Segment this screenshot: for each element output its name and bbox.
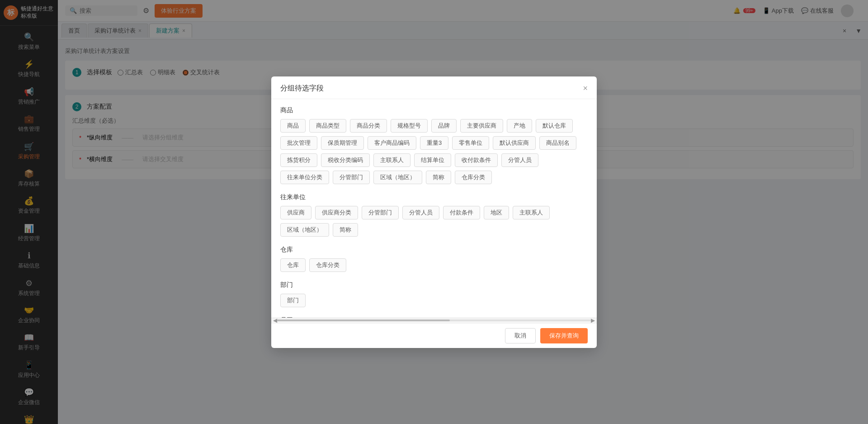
field-chips-仓库: 仓库仓库分类 — [280, 258, 588, 272]
field-chip-供应商分类[interactable]: 供应商分类 — [315, 206, 358, 219]
field-chip-简称[interactable]: 简称 — [426, 171, 451, 184]
field-chip-零售单位[interactable]: 零售单位 — [452, 136, 489, 150]
section-title-商品: 商品 — [280, 106, 588, 114]
section-title-部门: 部门 — [280, 281, 588, 289]
field-chip-批次管理[interactable]: 批次管理 — [280, 136, 317, 150]
modal-hscroll: ◀ ▶ — [271, 318, 597, 323]
field-chips-商品: 商品商品类型商品分类规格型号品牌主要供应商产地默认仓库批次管理保质期管理客户商品… — [280, 119, 588, 184]
modal-close-button[interactable]: × — [583, 84, 588, 93]
field-chip-分管部门[interactable]: 分管部门 — [333, 171, 370, 184]
field-chip-主联系人[interactable]: 主联系人 — [513, 206, 550, 219]
field-chip-分管人员[interactable]: 分管人员 — [402, 206, 439, 219]
field-chip-地区[interactable]: 地区 — [484, 206, 509, 219]
modal-overlay[interactable]: 分组待选字段 × 商品商品商品类型商品分类规格型号品牌主要供应商产地默认仓库批次… — [0, 0, 868, 424]
field-chip-部门[interactable]: 部门 — [280, 294, 306, 307]
field-chip-商品别名[interactable]: 商品别名 — [539, 136, 576, 150]
field-chip-客户商品编码[interactable]: 客户商品编码 — [368, 136, 416, 150]
field-chip-收付款条件[interactable]: 收付款条件 — [455, 153, 498, 167]
hscroll-thumb — [277, 319, 450, 321]
field-chip-重量3[interactable]: 重量3 — [420, 136, 448, 150]
field-chip-仓库分类[interactable]: 仓库分类 — [309, 258, 346, 272]
field-chip-默认仓库[interactable]: 默认仓库 — [536, 119, 573, 133]
modal: 分组待选字段 × 商品商品商品类型商品分类规格型号品牌主要供应商产地默认仓库批次… — [271, 76, 597, 348]
field-chip-区域（地区）[interactable]: 区域（地区） — [280, 223, 329, 237]
field-section-部门: 部门部门 — [280, 281, 588, 307]
modal-body: 商品商品商品类型商品分类规格型号品牌主要供应商产地默认仓库批次管理保质期管理客户… — [271, 99, 597, 318]
section-title-往来单位: 往来单位 — [280, 193, 588, 201]
field-chip-分管人员[interactable]: 分管人员 — [501, 153, 538, 167]
modal-title: 分组待选字段 — [280, 84, 324, 93]
field-chip-仓库[interactable]: 仓库 — [280, 258, 306, 272]
field-chip-品牌[interactable]: 品牌 — [431, 119, 457, 133]
field-chips-部门: 部门 — [280, 294, 588, 307]
field-chip-默认供应商[interactable]: 默认供应商 — [493, 136, 536, 150]
field-chip-规格型号[interactable]: 规格型号 — [391, 119, 428, 133]
field-chip-商品分类[interactable]: 商品分类 — [350, 119, 387, 133]
field-chip-税收分类编码[interactable]: 税收分类编码 — [321, 153, 370, 167]
field-chip-往来单位分类[interactable]: 往来单位分类 — [280, 171, 329, 184]
field-chips-往来单位: 供应商供应商分类分管部门分管人员付款条件地区主联系人区域（地区）简称 — [280, 206, 588, 237]
modal-footer: 取消 保存并查询 — [271, 323, 597, 348]
modal-header: 分组待选字段 × — [271, 76, 597, 99]
field-section-商品: 商品商品商品类型商品分类规格型号品牌主要供应商产地默认仓库批次管理保质期管理客户… — [280, 106, 588, 184]
field-chip-主要供应商[interactable]: 主要供应商 — [460, 119, 503, 133]
field-chip-结算单位[interactable]: 结算单位 — [414, 153, 451, 167]
field-chip-区域（地区）[interactable]: 区域（地区） — [373, 171, 422, 184]
field-chip-分管部门[interactable]: 分管部门 — [362, 206, 399, 219]
field-section-仓库: 仓库仓库仓库分类 — [280, 246, 588, 272]
field-chip-产地[interactable]: 产地 — [507, 119, 532, 133]
field-chip-保质期管理[interactable]: 保质期管理 — [321, 136, 364, 150]
save-button[interactable]: 保存并查询 — [540, 328, 588, 343]
cancel-button[interactable]: 取消 — [505, 328, 536, 343]
field-chip-商品类型[interactable]: 商品类型 — [309, 119, 346, 133]
field-chip-拣货积分[interactable]: 拣货积分 — [280, 153, 317, 167]
field-chip-供应商[interactable]: 供应商 — [280, 206, 311, 219]
field-chip-仓库分类[interactable]: 仓库分类 — [455, 171, 492, 184]
field-chip-商品[interactable]: 商品 — [280, 119, 306, 133]
section-title-仓库: 仓库 — [280, 246, 588, 254]
field-chip-主联系人[interactable]: 主联系人 — [373, 153, 410, 167]
hscroll-track — [277, 319, 591, 321]
field-section-往来单位: 往来单位供应商供应商分类分管部门分管人员付款条件地区主联系人区域（地区）简称 — [280, 193, 588, 237]
field-chip-付款条件[interactable]: 付款条件 — [443, 206, 480, 219]
field-chip-简称[interactable]: 简称 — [333, 223, 358, 237]
